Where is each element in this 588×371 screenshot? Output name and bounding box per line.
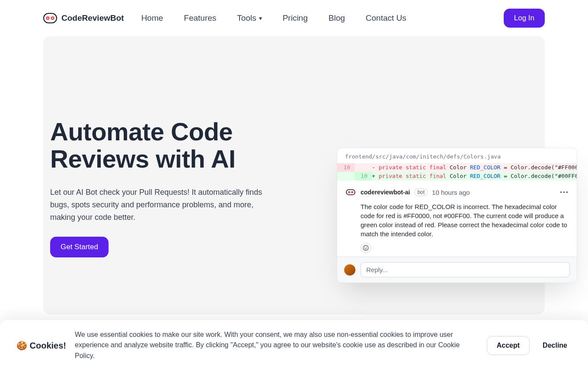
user-avatar-icon [344,264,355,276]
diff-code: + private static final Color RED_COLOR =… [372,172,577,181]
add-reaction-button[interactable] [361,243,371,253]
cookie-text: We use essential cookies to make our sit… [75,330,478,361]
svg-point-10 [364,247,365,248]
nav-blog[interactable]: Blog [329,13,345,23]
bot-avatar-icon [345,187,356,198]
svg-point-4 [52,17,53,19]
hero-section: Automate Code Reviews with AI Let our AI… [43,36,545,314]
diff-code: - private static final Color RED_COLOR =… [372,163,577,172]
comment-header: codereviewbot-ai bot 10 hours ago ••• [345,187,569,198]
hero-title-line1: Automate Code [50,117,233,146]
comment-body: The color code for RED_COLOR is incorrec… [361,202,569,238]
cookie-title-text: Cookies! [30,341,66,350]
bot-badge: bot [414,188,428,196]
brand-name: CodeReviewBot [61,13,124,23]
cookie-icon: 🍪 [16,341,27,350]
nav-home[interactable]: Home [141,13,163,23]
svg-rect-6 [346,190,355,195]
line-number-new [355,163,372,172]
svg-rect-0 [44,13,57,23]
cookie-banner: 🍪 Cookies! We use essential cookies to m… [0,320,588,371]
main-nav: CodeReviewBot Home Features Tools ▾ Pric… [0,0,588,36]
reply-input[interactable] [361,262,570,277]
code-review-card: frontend/src/java/com/initech/defs/Color… [337,148,577,283]
cookie-accept-button[interactable]: Accept [487,336,530,355]
svg-point-3 [47,17,48,19]
diff-line-add: 10 + private static final Color RED_COLO… [337,172,577,181]
hero-subtitle: Let our AI Bot check your Pull Requests!… [50,186,266,223]
hero-left: Automate Code Reviews with AI Let our AI… [43,118,285,257]
chevron-down-icon: ▾ [259,15,262,22]
file-path: frontend/src/java/com/initech/defs/Color… [337,148,577,163]
nav-tools[interactable]: Tools ▾ [237,13,262,23]
diff-line-remove: 10 - private static final Color RED_COLO… [337,163,577,172]
review-comment: codereviewbot-ai bot 10 hours ago ••• Th… [337,181,577,257]
login-button[interactable]: Log In [504,9,545,28]
nav-links: Home Features Tools ▾ Pricing Blog Conta… [141,13,406,23]
svg-point-9 [363,245,368,251]
comment-time: 10 hours ago [432,189,470,196]
robot-logo-icon [43,13,57,23]
svg-point-8 [351,191,353,193]
svg-point-11 [366,247,367,248]
hero-title-line2: Reviews with AI [50,145,236,173]
comment-author: codereviewbot-ai [361,189,410,196]
nav-pricing[interactable]: Pricing [283,13,308,23]
comment-menu-icon[interactable]: ••• [560,189,569,196]
nav-features[interactable]: Features [184,13,216,23]
brand[interactable]: CodeReviewBot [43,13,124,23]
line-number-old: 10 [337,163,355,172]
line-number-old [337,172,355,181]
line-number-new: 10 [355,172,372,181]
get-started-button[interactable]: Get Started [50,237,109,257]
nav-tools-label: Tools [237,13,256,23]
nav-contact[interactable]: Contact Us [366,13,406,23]
reply-row [337,257,577,282]
cookie-title: 🍪 Cookies! [16,340,66,351]
svg-point-7 [348,191,350,193]
cookie-decline-button[interactable]: Decline [538,336,572,355]
hero-title: Automate Code Reviews with AI [50,118,285,172]
